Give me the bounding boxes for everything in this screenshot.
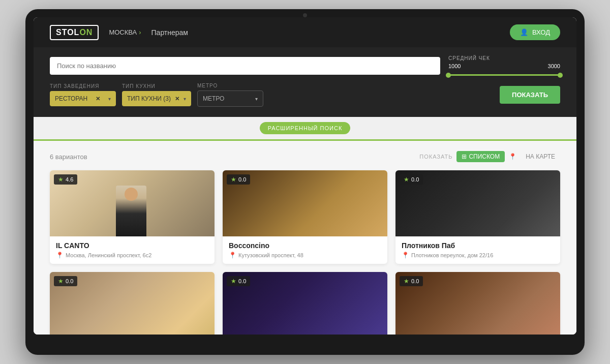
restaurant-card[interactable]: ★ 0.0 Дамас 📍 Москва, улица Маросейка, 8	[223, 272, 387, 335]
card-address: 📍 Москва, Ленинский проспект, 6с2	[56, 252, 208, 259]
login-button[interactable]: 👤 ВХОД	[510, 24, 560, 40]
card-info: Bocconcino 📍 Кутузовский проспект, 48	[223, 236, 387, 264]
filter-cuisine-select[interactable]: ТИП КУХНИ (3) ✕ ▾	[122, 91, 191, 106]
filter-metro-group: МЕТРО МЕТРО ▾	[197, 83, 263, 107]
star-icon: ★	[58, 278, 64, 285]
restaurant-card[interactable]: ★ 0.0 Тарантино 📍 Москва, улица Новый Ар…	[50, 272, 215, 335]
location-pin-icon: 📍	[229, 252, 236, 259]
login-label: ВХОД	[532, 28, 550, 36]
laptop-frame: STOLON МОСКВА › Партнерам 👤 ВХОД СРЕДНИЙ…	[25, 9, 585, 355]
card-name: Плотников Паб	[402, 241, 554, 250]
filter-cuisine-clear[interactable]: ✕	[175, 96, 179, 102]
price-max: 3000	[548, 63, 560, 69]
header-left: STOLON МОСКВА › Партнерам	[50, 25, 188, 40]
card-image: ★ 0.0	[223, 170, 387, 236]
price-range-container: СРЕДНИЙ ЧЕК 1000 3000	[448, 55, 560, 76]
price-range-label: СРЕДНИЙ ЧЕК	[448, 55, 560, 61]
star-icon: ★	[404, 176, 409, 183]
card-image: ★ 0.0	[50, 272, 215, 335]
results-header: 6 вариантов ПОКАЗАТЬ ⊞ СПИСКОМ 📍 НА КАРТ…	[50, 151, 560, 162]
price-range-values: 1000 3000	[448, 63, 560, 69]
card-image: ★ 0.0	[395, 170, 560, 236]
star-icon: ★	[231, 278, 236, 285]
logo-text: STOLON	[56, 28, 93, 37]
search-input[interactable]	[50, 57, 440, 75]
filter-cuisine-label: ТИП КУХНИ	[122, 83, 191, 89]
rating-value: 0.0	[238, 278, 246, 284]
address-text: Москва, Ленинский проспект, 6с2	[66, 252, 151, 258]
card-rating: ★ 0.0	[227, 174, 250, 185]
pin-icon-map: 📍	[509, 153, 516, 160]
search-row: СРЕДНИЙ ЧЕК 1000 3000	[50, 55, 560, 76]
show-button[interactable]: ПОКАЗАТЬ	[500, 86, 560, 104]
card-rating: ★ 0.0	[400, 276, 423, 286]
logo[interactable]: STOLON	[50, 25, 99, 40]
filter-metro-select[interactable]: МЕТРО ▾	[197, 90, 263, 107]
view-map-button[interactable]: НА КАРТЕ	[521, 151, 560, 162]
card-image: ★ 0.0	[395, 272, 560, 335]
city-name: МОСКВА	[109, 28, 137, 36]
laptop-camera	[303, 13, 307, 17]
cards-grid: ★ 4.6 IL CANTO 📍 Москва, Ленинский просп…	[50, 170, 560, 335]
filter-metro-label: МЕТРО	[197, 83, 263, 88]
filter-type-clear[interactable]: ✕	[96, 96, 100, 102]
rating-value: 0.0	[411, 176, 419, 183]
card-address: 📍 Кутузовский проспект, 48	[229, 252, 381, 259]
view-map-label: НА КАРТЕ	[526, 153, 555, 160]
card-name: Bocconcino	[229, 241, 381, 250]
filter-metro-arrow: ▾	[255, 96, 258, 102]
advanced-search-button[interactable]: РАСШИРЕННЫЙ ПОИСК	[260, 122, 351, 134]
city-selector[interactable]: МОСКВА ›	[109, 28, 141, 36]
view-list-label: СПИСКОМ	[469, 153, 500, 160]
results-count: 6 вариантов	[50, 153, 87, 161]
filter-type-group: ТИП ЗАВЕДЕНИЯ РЕСТОРАН ✕ ▾	[50, 83, 116, 106]
laptop-screen: STOLON МОСКВА › Партнерам 👤 ВХОД СРЕДНИЙ…	[34, 17, 576, 335]
star-icon: ★	[404, 278, 409, 285]
content-area: 6 вариантов ПОКАЗАТЬ ⊞ СПИСКОМ 📍 НА КАРТ…	[34, 141, 576, 335]
logo-highlight: ON	[79, 28, 93, 37]
grid-icon: ⊞	[462, 153, 467, 160]
header: STOLON МОСКВА › Партнерам 👤 ВХОД	[34, 17, 576, 47]
view-toggles: ПОКАЗАТЬ ⊞ СПИСКОМ 📍 НА КАРТЕ	[419, 151, 560, 162]
range-thumb-left[interactable]	[446, 73, 451, 78]
price-min: 1000	[448, 63, 461, 69]
filter-cuisine-value: ТИП КУХНИ (3)	[127, 95, 171, 102]
card-info: IL CANTO 📍 Москва, Ленинский проспект, 6…	[50, 236, 215, 264]
restaurant-card[interactable]: ★ 4.6 IL CANTO 📍 Москва, Ленинский просп…	[50, 170, 215, 264]
star-icon: ★	[58, 176, 64, 183]
search-area: СРЕДНИЙ ЧЕК 1000 3000 ТИП ЗАВЕДЕНИЯ	[34, 47, 576, 117]
rating-value: 0.0	[66, 278, 73, 284]
rating-value: 0.0	[238, 176, 246, 183]
star-icon: ★	[231, 176, 236, 183]
nav-partners[interactable]: Партнерам	[151, 28, 188, 37]
location-pin-icon: 📍	[56, 252, 64, 259]
view-list-button[interactable]: ⊞ СПИСКОМ	[456, 151, 505, 162]
restaurant-card[interactable]: ★ 0.0 Bocconcino 📍 Кутузовский проспект,…	[223, 170, 387, 264]
address-text: Кутузовский проспект, 48	[238, 252, 303, 258]
location-pin-icon: 📍	[402, 252, 409, 259]
filter-type-value: РЕСТОРАН	[55, 95, 87, 102]
city-arrow: ›	[139, 28, 141, 36]
range-fill	[448, 74, 560, 76]
card-address: 📍 Плотников переулок, дом 22/16	[402, 252, 554, 259]
restaurant-card[interactable]: ★ 0.0 Плотников Паб 📍 Плотников переулок…	[395, 170, 560, 264]
advanced-search-bar: РАСШИРЕННЫЙ ПОИСК	[34, 117, 576, 141]
restaurant-card[interactable]: ★ 0.0 Максима Пицца 📍 Москва, Ленинградс…	[395, 272, 560, 335]
filter-type-select[interactable]: РЕСТОРАН ✕ ▾	[50, 91, 116, 106]
address-text: Плотников переулок, дом 22/16	[411, 252, 493, 258]
card-image: ★ 0.0	[223, 272, 387, 335]
card-image: ★ 4.6	[50, 170, 215, 236]
view-toggle-label: ПОКАЗАТЬ	[419, 154, 452, 160]
filter-cuisine-group: ТИП КУХНИ ТИП КУХНИ (3) ✕ ▾	[122, 83, 191, 106]
card-rating: ★ 4.6	[54, 174, 77, 185]
range-track[interactable]	[448, 74, 560, 76]
card-rating: ★ 0.0	[400, 174, 423, 185]
card-info: Плотников Паб 📍 Плотников переулок, дом …	[395, 236, 560, 264]
filters-row: ТИП ЗАВЕДЕНИЯ РЕСТОРАН ✕ ▾ ТИП КУХНИ ТИП…	[50, 83, 560, 107]
filter-metro-value: МЕТРО	[203, 95, 224, 102]
filter-cuisine-arrow: ▾	[184, 96, 186, 102]
range-thumb-right[interactable]	[558, 73, 563, 78]
card-name: IL CANTO	[56, 241, 208, 250]
card-rating: ★ 0.0	[54, 276, 77, 286]
user-icon: 👤	[520, 28, 528, 36]
